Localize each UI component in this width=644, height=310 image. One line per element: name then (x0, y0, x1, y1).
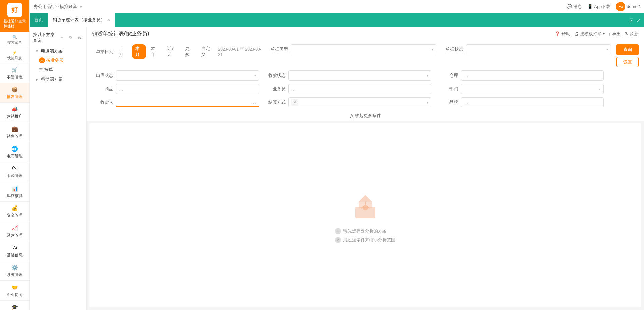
tab-close-icon[interactable]: × (107, 17, 110, 23)
brand-select[interactable]: … (461, 97, 604, 107)
consignee-dots-btn[interactable]: … (250, 99, 258, 105)
tab-sales-stat[interactable]: 销货单统计表（按业务员） × (48, 13, 115, 27)
staff-select[interactable]: … (288, 84, 431, 94)
cooperation-icon: 🤝 (11, 283, 18, 291)
doc-status-select[interactable]: ▾ (466, 44, 611, 54)
collapse-icon: ⋀ (350, 113, 354, 118)
logo-text: 畅捷通好生意 标账版 (4, 19, 26, 29)
refresh-btn[interactable]: ↻ 刷新 (625, 31, 639, 37)
app-download-btn[interactable]: 📱 App下载 (587, 4, 610, 10)
right-content: 销货单统计表(按业务员) ❓ 帮助 🖨 按模板打印 ▾ ↓ (87, 27, 644, 310)
sidebar-item-operations-label: 经营管理 (7, 232, 23, 238)
settlement-tag: × (291, 99, 298, 106)
tip-text-1: 请先选择要分析的方案 (343, 228, 387, 234)
message-label: 消息 (573, 4, 582, 10)
staff-label: 业务员 (264, 86, 286, 92)
tree-pc-section[interactable]: ▼ 电脑端方案 (30, 46, 86, 56)
sidebar-item-sales[interactable]: 💼 销售管理 (0, 122, 29, 142)
inventory-icon: 📊 (11, 185, 18, 192)
app-download-icon: 📱 (587, 4, 593, 9)
sidebar-item-basic-label: 基础信息 (7, 252, 23, 258)
sidebar-item-newbie[interactable]: 🎓 新手引导 (0, 301, 29, 310)
sidebar-item-purchase[interactable]: 🛍 采购管理 (0, 162, 29, 182)
list-icon: ☰ (39, 67, 43, 72)
sidebar-quicknav[interactable]: ⚡ 快捷导航 (0, 48, 29, 63)
tree-item-by-order[interactable]: ☰ 按单 (39, 65, 86, 74)
sidebar-item-finance[interactable]: 💰 资金管理 (0, 202, 29, 221)
sidebar-item-operations[interactable]: 📈 经营管理 (0, 221, 29, 241)
ship-status-select[interactable]: ▾ (116, 70, 259, 81)
dept-arrow-icon: ▾ (599, 87, 601, 91)
sidebar-item-wholesale[interactable]: 📦 批发管理 (0, 83, 29, 103)
quicknav-label: 快捷导航 (7, 56, 22, 61)
user-area[interactable]: Ea demo2 (616, 2, 640, 11)
query-button[interactable]: 查询 (616, 44, 639, 55)
sidebar-item-basic[interactable]: 🗂 基础信息 (0, 241, 29, 261)
logo-area[interactable]: 好 畅捷通好生意 标账版 (0, 0, 29, 32)
help-label: 帮助 (561, 31, 570, 37)
date-btn-more[interactable]: 更多 (182, 44, 196, 59)
app-download-label: App下载 (594, 4, 610, 10)
purchase-icon: 🛍 (11, 165, 18, 172)
search-menu-label: 搜索菜单 (7, 40, 22, 45)
add-scheme-btn[interactable]: ＋ (59, 34, 65, 41)
date-btn-this-year[interactable]: 本年 (148, 44, 162, 59)
consignee-input[interactable] (117, 98, 248, 106)
product-select[interactable]: … (116, 84, 259, 94)
finance-icon: 💰 (11, 204, 18, 212)
warehouse-select[interactable]: … (461, 70, 604, 81)
date-btn-custom[interactable]: 自定义 (198, 44, 216, 59)
dept-select[interactable]: ▾ (461, 84, 604, 94)
settlement-tag-close[interactable]: × (293, 100, 296, 105)
date-btn-last7[interactable]: 近7天 (164, 44, 180, 59)
date-btn-this-month[interactable]: 本月 (132, 44, 146, 59)
help-icon: ❓ (555, 31, 560, 36)
help-btn[interactable]: ❓ 帮助 (555, 31, 570, 37)
sidebar-item-retail-label: 零售管理 (7, 74, 23, 80)
sidebar-item-inventory[interactable]: 📊 库存核算 (0, 182, 29, 202)
message-btn[interactable]: 💬 消息 (567, 4, 582, 10)
payment-status-select[interactable]: ▾ (288, 70, 431, 81)
sidebar-item-ecommerce[interactable]: 🌐 电商管理 (0, 142, 29, 162)
ship-status-label: 出库状态 (92, 72, 113, 79)
date-btn-last-month[interactable]: 上月 (116, 44, 130, 59)
sidebar: 好 畅捷通好生意 标账版 🔍 搜索菜单 ⚡ 快捷导航 🛒 零售管理 📦 批发管理… (0, 0, 30, 310)
restore-window-icon[interactable]: ⊡ (629, 17, 634, 23)
tree-mobile-section[interactable]: ▶ 移动端方案 (30, 74, 86, 84)
sidebar-search[interactable]: 🔍 搜索菜单 (0, 32, 29, 48)
sidebar-item-marketing[interactable]: 📣 营销推广 (0, 103, 29, 122)
print-btn[interactable]: 🖨 按模板打印 ▾ (574, 31, 605, 37)
settlement-arrow-icon: ▾ (427, 101, 428, 104)
export-btn[interactable]: ↓ 导出 (609, 31, 621, 37)
export-label: 导出 (612, 31, 621, 37)
tree-expand-icon: ▼ (35, 49, 39, 53)
topbar: 办公用品行业模拟账套 ▾ 💬 消息 📱 App下载 Ea demo2 (30, 0, 644, 13)
tree-item-by-staff[interactable]: 人 按业务员 (39, 56, 86, 65)
collapse-panel-btn[interactable]: ≪ (76, 34, 83, 41)
sidebar-item-retail[interactable]: 🛒 零售管理 (0, 63, 29, 83)
tab-home[interactable]: 首页 (30, 13, 48, 27)
collapse-label: 收起更多条件 (355, 113, 381, 119)
payment-status-label: 收款状态 (264, 72, 286, 79)
refresh-icon: ↻ (625, 31, 629, 36)
settlement-select[interactable]: × ▾ (288, 97, 431, 107)
sidebar-item-wholesale-label: 批发管理 (7, 94, 23, 100)
doc-type-select[interactable]: ▾ (291, 44, 436, 54)
sidebar-item-system[interactable]: ⚙️ 系统管理 (0, 261, 29, 281)
collapse-btn[interactable]: ⋀ 收起更多条件 (350, 113, 381, 119)
edit-scheme-btn[interactable]: ✎ (67, 34, 74, 41)
dept-label: 部门 (437, 86, 458, 92)
empty-state: 1 请先选择要分析的方案 2 用过滤条件来缩小分析范围 (89, 123, 641, 307)
avatar: Ea (616, 2, 625, 11)
ecommerce-icon: 🌐 (11, 145, 18, 152)
empty-tip-1: 1 请先选择要分析的方案 (335, 228, 395, 234)
marketing-icon: 📣 (11, 105, 18, 113)
warehouse-label: 仓库 (437, 72, 458, 79)
header-actions: ❓ 帮助 🖨 按模板打印 ▾ ↓ 导出 ↻ (555, 31, 639, 37)
sidebar-item-ecommerce-label: 电商管理 (7, 153, 23, 159)
maximize-window-icon[interactable]: ⤢ (636, 17, 641, 23)
person-icon: 人 (39, 57, 45, 63)
settings-button[interactable]: 设置 (616, 57, 639, 67)
sidebar-item-cooperation[interactable]: 🤝 企业协同 (0, 281, 29, 301)
ship-status-arrow-icon: ▾ (254, 74, 256, 78)
